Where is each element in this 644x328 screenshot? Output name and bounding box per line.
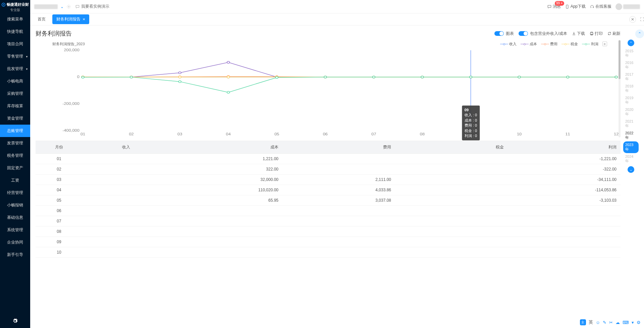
sidebar-item-3[interactable]: 零售管理▼ (0, 50, 30, 63)
legend-more-icon[interactable]: ≡ (602, 42, 607, 46)
username-redacted (623, 4, 640, 9)
ime-lang[interactable]: 英 (589, 319, 593, 325)
edit-icon[interactable]: ✎ (603, 320, 606, 325)
sidebar-item-1[interactable]: 快捷导航 (0, 25, 30, 38)
year-item[interactable]: 2024年 (623, 153, 639, 165)
sidebar-item-19[interactable]: 新手引导 (0, 249, 30, 261)
table-cell: 4,033.86 (282, 185, 395, 195)
sidebar-item-15[interactable]: 小畅报销 (0, 199, 30, 211)
svg-point-2 (68, 6, 69, 7)
sidebar-item-9[interactable]: 总账管理 (0, 125, 30, 137)
fullscreen-icon[interactable]: ⛶ (640, 17, 644, 22)
year-item[interactable]: 2015年 (623, 48, 639, 59)
sidebar-item-5[interactable]: 小畅电商 (0, 75, 30, 87)
table-cell (508, 206, 621, 216)
data-table: 月份收入成本费用税金利润 011,221.00-1,221.0002322.00… (36, 141, 621, 258)
headset-icon (590, 4, 594, 9)
svg-text:0: 0 (77, 75, 79, 78)
svg-point-36 (178, 72, 181, 74)
sidebar-item-16[interactable]: 基础信息 (0, 211, 30, 224)
sidebar-item-10[interactable]: 发票管理 (0, 137, 30, 149)
gear-icon[interactable] (66, 4, 71, 9)
table-cell (170, 216, 282, 226)
legend-item[interactable]: 成本 (521, 42, 537, 47)
sidebar-item-6[interactable]: 采购管理 (0, 87, 30, 100)
user-menu[interactable] (615, 3, 640, 10)
sidebar-item-14[interactable]: 经营管理 (0, 187, 30, 199)
table-cell (282, 154, 395, 164)
year-item[interactable]: 2016年 (623, 59, 639, 71)
sidebar-item-18[interactable]: 企业协同 (0, 236, 30, 249)
table-header: 费用 (282, 141, 395, 154)
download-label: 下载 (577, 31, 585, 37)
legend-item[interactable]: 费用 (541, 42, 557, 47)
smile-icon[interactable]: ☺ (596, 320, 600, 325)
svg-text:04: 04 (226, 132, 231, 136)
toggle-extra-label: 包含营业外收入/成本 (530, 31, 567, 37)
sidebar-item-12[interactable]: 固定资产 (0, 162, 30, 174)
svg-text:10: 10 (517, 132, 522, 136)
sidebar-item-4[interactable]: 批发管理▼ (0, 63, 30, 75)
tab-profit-report[interactable]: 财务利润报告 ✕ (52, 14, 89, 24)
legend-item[interactable]: 利润 (582, 42, 598, 47)
year-item[interactable]: 2021年 (623, 118, 639, 130)
year-item[interactable]: 2017年 (623, 71, 639, 83)
messages-button[interactable]: 消息 99 + (547, 4, 561, 9)
table-cell (395, 216, 508, 226)
year-item[interactable]: 2019年 (623, 94, 639, 106)
down-icon[interactable]: ▾ (632, 320, 634, 325)
sidebar-item-17[interactable]: 系统管理 (0, 224, 30, 236)
table-row: 04110,020.004,033.86-114,053.86 (36, 185, 621, 195)
table-cell: 3,037.08 (282, 195, 395, 206)
tab-home[interactable]: 首页 (34, 14, 50, 24)
sidebar-item-2[interactable]: 项目合同 (0, 38, 30, 50)
ime-toolbar[interactable]: 主 英 ☺ ✎ ✂ ☁ ⌨ ▾ ⚙ (579, 319, 642, 326)
ime-badge[interactable]: 主 (580, 319, 586, 325)
chart-svg[interactable]: -400,000-200,0000200,0000102030405060708… (36, 40, 621, 137)
table-cell: -3,103.03 (508, 195, 621, 206)
sidebar-item-11[interactable]: 税务管理 (0, 149, 30, 162)
table-cell: 10 (36, 247, 83, 258)
refresh-label: 刷新 (612, 31, 621, 37)
legend-item[interactable]: 收入 (500, 42, 517, 47)
legend-item[interactable]: 税金 (561, 42, 578, 47)
scissors-icon[interactable]: ✂ (609, 320, 613, 325)
year-item[interactable]: 2020年 (623, 106, 639, 118)
sidebar-item-0[interactable]: 搜索菜单 (0, 13, 30, 25)
cloud-icon[interactable]: ☁ (615, 320, 620, 325)
year-item[interactable]: 2018年 (623, 83, 639, 94)
collapse-rail-button[interactable]: ⌃ (635, 29, 644, 38)
table-cell (282, 247, 395, 258)
year-prev-button[interactable]: ⌃ (628, 40, 634, 46)
sidebar-item-13[interactable]: 工资 (0, 174, 30, 187)
year-next-button[interactable]: ⌄ (628, 166, 634, 173)
settings-button[interactable] (0, 315, 30, 328)
messages-badge: 99 + (555, 1, 564, 6)
close-all-tabs-button[interactable]: ✕ (629, 16, 636, 23)
year-item[interactable]: 2023年 (623, 141, 639, 153)
svg-point-76 (373, 76, 375, 78)
svg-point-71 (130, 76, 133, 78)
print-button[interactable]: 打印 (590, 31, 603, 37)
online-service-button[interactable]: 在线客服 (590, 4, 611, 9)
sidebar-item-7[interactable]: 库存核算 (0, 100, 30, 112)
table-cell: 1,221.00 (170, 154, 282, 164)
sidebar-item-8[interactable]: 资金管理 (0, 112, 30, 125)
table-cell (83, 195, 170, 206)
toggle-chart[interactable] (494, 31, 504, 36)
download-button[interactable]: 下载 (572, 31, 585, 37)
scrollbar-thumb[interactable] (619, 40, 621, 79)
close-icon[interactable]: ✕ (83, 17, 85, 21)
keyboard-icon[interactable]: ⌨ (623, 320, 629, 325)
gear-icon[interactable]: ⚙ (637, 320, 641, 325)
demo-link[interactable]: 我要看实例演示 (75, 4, 109, 9)
scrollbar[interactable] (619, 40, 621, 137)
refresh-button[interactable]: 刷新 (607, 31, 621, 37)
company-selector[interactable]: ⌄ (34, 4, 71, 9)
toggle-extra-income[interactable] (519, 31, 528, 36)
year-item[interactable]: 2022年 (623, 130, 639, 141)
app-download-button[interactable]: App下载 (565, 4, 586, 9)
page-title: 财务利润报告 (36, 29, 72, 38)
table-cell (83, 206, 170, 216)
table-cell (395, 226, 508, 237)
